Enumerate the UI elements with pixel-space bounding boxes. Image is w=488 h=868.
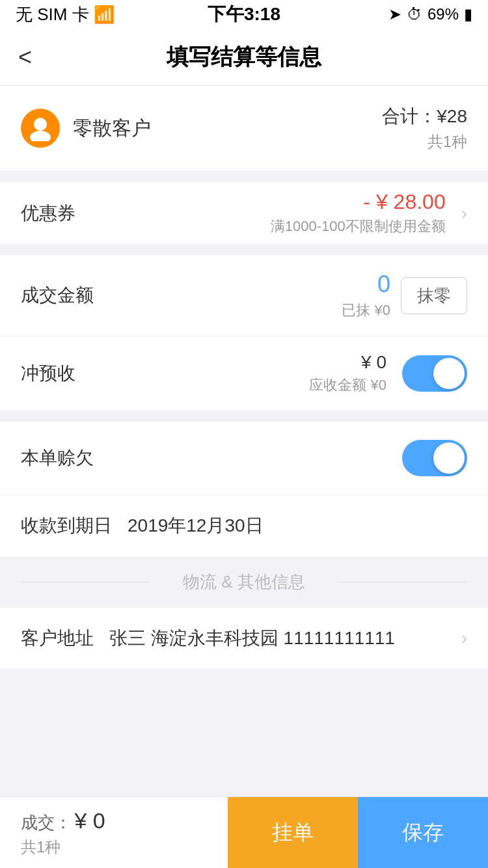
- credit-label: 本单赊欠: [21, 446, 94, 470]
- divider-1: [0, 172, 488, 182]
- credit-row: 本单赊欠: [0, 422, 488, 495]
- status-bar: 无 SIM 卡 📶 下午3:18 ➤ ⏱ 69% ▮: [0, 0, 488, 29]
- battery-label: 69%: [427, 5, 459, 23]
- divider-2: [0, 245, 488, 255]
- svg-point-1: [30, 131, 51, 141]
- address-label: 客户地址: [21, 626, 94, 651]
- transaction-label: 成交金额: [21, 283, 94, 308]
- prepaid-sub: 应收金额 ¥0: [309, 375, 386, 395]
- bottom-count: 共1种: [21, 837, 207, 858]
- round-off-button[interactable]: 抹零: [401, 277, 467, 314]
- transaction-value-col: 0 已抹 ¥0: [342, 271, 390, 320]
- alarm-icon: ⏱: [407, 5, 422, 23]
- toggle-thumb: [433, 358, 465, 389]
- coupon-row[interactable]: 优惠券 - ¥ 28.00 满1000-100不限制使用金额 ›: [0, 182, 488, 245]
- coupon-right: - ¥ 28.00 满1000-100不限制使用金额 ›: [271, 190, 467, 236]
- customer-info-right: 合计：¥28 共1种: [382, 104, 467, 152]
- coupon-value: - ¥ 28.00: [271, 190, 446, 214]
- total-count: 共1种: [382, 131, 467, 152]
- status-left: 无 SIM 卡 📶: [16, 3, 115, 26]
- user-icon: [27, 115, 53, 141]
- transaction-sub: 已抹 ¥0: [342, 301, 390, 320]
- logistics-label: 物流 & 其他信息: [183, 571, 305, 593]
- credit-toggle[interactable]: [402, 440, 467, 476]
- coupon-value-col: - ¥ 28.00 满1000-100不限制使用金额: [271, 190, 446, 236]
- bottom-transaction-line: 成交： ¥ 0: [21, 808, 207, 834]
- divider-3: [0, 411, 488, 422]
- logistics-line-right: [339, 582, 467, 582]
- toggle-track: [402, 355, 467, 392]
- hold-button[interactable]: 挂单: [228, 797, 358, 869]
- credit-toggle-track: [402, 440, 467, 476]
- status-right: ➤ ⏱ 69% ▮: [388, 5, 472, 23]
- bottom-transaction-label: 成交：: [21, 813, 72, 832]
- address-row[interactable]: 客户地址 张三 海淀永丰科技园 11111111111 ›: [0, 608, 488, 669]
- transaction-amount-row: 成交金额 0 已抹 ¥0 抹零: [0, 255, 488, 336]
- due-date-value: 2019年12月30日: [128, 513, 264, 538]
- main-content: 零散客户 合计：¥28 共1种 优惠券 - ¥ 28.00 满1000-100不…: [0, 86, 488, 868]
- address-chevron: ›: [461, 628, 467, 649]
- transaction-value: 0: [342, 271, 390, 298]
- avatar: [21, 109, 60, 148]
- nav-bar: < 填写结算等信息: [0, 29, 488, 86]
- location-icon: ➤: [388, 5, 401, 23]
- bottom-amount: ¥ 0: [74, 808, 105, 833]
- customer-row: 零散客户 合计：¥28 共1种: [0, 86, 488, 170]
- bottom-bar: 成交： ¥ 0 共1种 挂单 保存: [0, 796, 488, 868]
- status-time: 下午3:18: [208, 2, 280, 27]
- logistics-section-header: 物流 & 其他信息: [0, 558, 488, 606]
- empty-space: [0, 669, 488, 799]
- logistics-line-left: [21, 582, 149, 582]
- bottom-summary: 成交： ¥ 0 共1种: [0, 808, 228, 858]
- coupon-sub: 满1000-100不限制使用金额: [271, 217, 446, 236]
- prepaid-values: ¥ 0 应收金额 ¥0: [309, 352, 386, 395]
- save-button[interactable]: 保存: [358, 797, 488, 869]
- prepaid-toggle[interactable]: [402, 355, 467, 392]
- prepaid-row: 冲预收 ¥ 0 应收金额 ¥0: [0, 336, 488, 411]
- customer-name: 零散客户: [73, 115, 151, 142]
- svg-point-0: [34, 118, 47, 131]
- address-value: 张三 海淀永丰科技园 11111111111: [109, 626, 456, 651]
- back-button[interactable]: <: [18, 44, 32, 71]
- credit-toggle-thumb: [433, 442, 465, 474]
- due-date-row: 收款到期日 2019年12月30日: [0, 495, 488, 556]
- coupon-label: 优惠券: [21, 201, 75, 226]
- prepaid-amount: ¥ 0: [309, 352, 386, 373]
- coupon-chevron: ›: [461, 203, 467, 224]
- transaction-right: 0 已抹 ¥0 抹零: [342, 271, 467, 320]
- page-title: 填写结算等信息: [167, 42, 321, 72]
- prepaid-label: 冲预收: [21, 361, 75, 386]
- prepaid-right: ¥ 0 应收金额 ¥0: [309, 352, 467, 395]
- customer-info-left: 零散客户: [21, 109, 151, 148]
- due-date-label: 收款到期日: [21, 513, 112, 538]
- total-price: 合计：¥28: [382, 104, 467, 129]
- battery-icon: ▮: [464, 5, 472, 23]
